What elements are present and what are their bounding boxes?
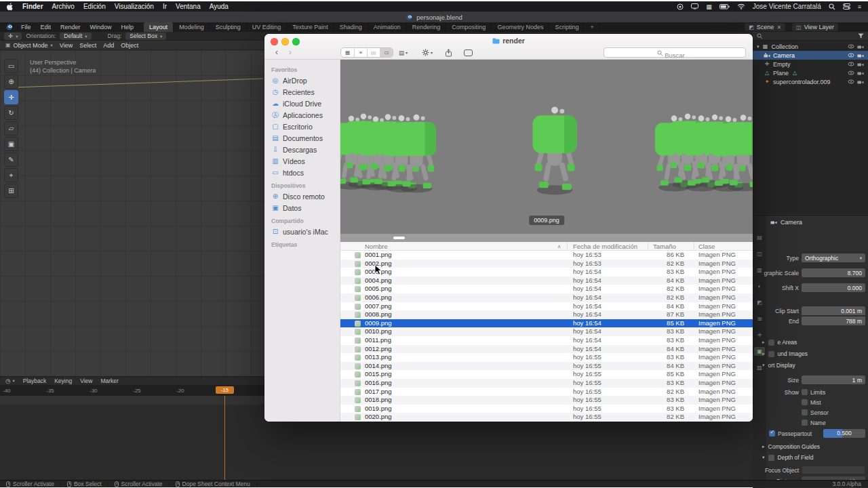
column-header-fecha[interactable]: Fecha de modificación bbox=[573, 243, 637, 250]
measure-tool-button[interactable]: ⌖ bbox=[4, 168, 18, 182]
file-row[interactable]: 0015.pnghoy 16:5585 KBImagen PNG bbox=[340, 370, 753, 379]
workspace-add-button[interactable]: + bbox=[585, 22, 599, 32]
sidebar-item-disco-remoto[interactable]: ⊕Disco remoto bbox=[264, 190, 340, 202]
file-row[interactable]: 0004.pnghoy 16:5484 KBImagen PNG bbox=[340, 277, 753, 285]
cursor-tool-button[interactable]: ⊕ bbox=[4, 75, 18, 89]
workspace-tab-animation[interactable]: Animation bbox=[368, 22, 407, 32]
scene-unlink-icon[interactable]: ✕ bbox=[776, 24, 781, 30]
eye-icon[interactable] bbox=[848, 53, 854, 58]
battery-icon[interactable] bbox=[719, 4, 730, 9]
sidebar-item-escritorio[interactable]: ▢Escritorio bbox=[264, 121, 340, 132]
sidebar-item-videos[interactable]: ▥Vídeos bbox=[264, 155, 340, 167]
eye-icon[interactable] bbox=[848, 62, 854, 66]
limits-checkbox[interactable] bbox=[802, 389, 808, 395]
file-row[interactable]: 0011.pnghoy 16:5483 KBImagen PNG bbox=[340, 336, 753, 345]
eye-icon[interactable] bbox=[848, 70, 854, 75]
background-images-section[interactable]: ▸ und Images bbox=[762, 350, 808, 357]
active-tool-button[interactable]: ✛ ▾ bbox=[4, 33, 22, 40]
playhead-line[interactable] bbox=[224, 396, 225, 480]
sensor-checkbox[interactable] bbox=[802, 409, 808, 415]
safe-areas-section[interactable]: ▸ e Areas bbox=[762, 339, 797, 346]
column-divider[interactable] bbox=[567, 243, 568, 249]
menu-ir[interactable]: Ir bbox=[163, 3, 167, 10]
annotate-tool-button[interactable]: ✎ bbox=[4, 152, 18, 167]
viewport-menu-view[interactable]: View bbox=[60, 42, 73, 49]
notification-center-icon[interactable]: ≡ bbox=[858, 3, 861, 10]
clip-start-field[interactable]: 0.001 m bbox=[802, 306, 865, 315]
viewport-menu-select[interactable]: Select bbox=[79, 42, 96, 49]
file-row[interactable]: 0012.pnghoy 16:5484 KBImagen PNG bbox=[340, 345, 753, 354]
file-row[interactable]: 0003.pnghoy 16:5483 KBImagen PNG bbox=[340, 268, 753, 277]
camera-toggle-icon[interactable] bbox=[857, 70, 864, 76]
sidebar-item-descargas[interactable]: ⇩Descargas bbox=[264, 144, 340, 155]
file-row[interactable]: 0016.pnghoy 16:5583 KBImagen PNG bbox=[340, 379, 753, 388]
timeline-menu-keying[interactable]: Keying bbox=[54, 378, 72, 384]
camera-toggle-icon[interactable] bbox=[857, 44, 864, 49]
column-header-tamano[interactable]: Tamaño bbox=[653, 243, 676, 250]
box-select-tool-button[interactable]: ▭ bbox=[4, 59, 18, 73]
icon-view-button[interactable]: ▦ bbox=[341, 48, 354, 57]
name-checkbox[interactable] bbox=[802, 420, 808, 426]
move-tool-button[interactable]: ✛ bbox=[4, 90, 18, 104]
file-row[interactable]: 0008.pnghoy 16:5487 KBImagen PNG bbox=[340, 310, 753, 319]
control-center-icon[interactable] bbox=[843, 3, 850, 9]
filter-funnel-icon[interactable] bbox=[858, 33, 864, 39]
sidebar-item-usuarios-imac[interactable]: ⊡usuario's iMac bbox=[264, 226, 340, 237]
tags-button[interactable] bbox=[464, 47, 473, 58]
sidebar-item-datos[interactable]: ▣Datos bbox=[264, 202, 340, 214]
workspace-tab-modeling[interactable]: Modeling bbox=[174, 22, 210, 32]
action-menu-button[interactable]: ▾ bbox=[422, 47, 433, 58]
sidebar-item-documentos[interactable]: ▤Documentos bbox=[264, 132, 340, 144]
menu-ventana[interactable]: Ventana bbox=[176, 3, 201, 10]
file-row[interactable]: 0007.pnghoy 16:5484 KBImagen PNG bbox=[340, 302, 753, 311]
focus-object-field[interactable] bbox=[802, 466, 865, 474]
apple-menu-icon[interactable] bbox=[7, 3, 14, 11]
file-row[interactable]: 0013.pnghoy 16:5583 KBImagen PNG bbox=[340, 353, 753, 362]
outliner-row-empty[interactable]: ✛ Empty bbox=[753, 60, 868, 68]
transform-tool-button[interactable]: ▣ bbox=[4, 137, 18, 151]
column-divider[interactable] bbox=[648, 243, 648, 249]
scene-selector[interactable]: ◩ Scene ✕ bbox=[745, 23, 785, 31]
column-header-clase[interactable]: Clase bbox=[698, 243, 715, 250]
blender-menu-window[interactable]: Window bbox=[85, 22, 117, 32]
wifi-icon[interactable] bbox=[737, 3, 745, 9]
scene-tab-icon[interactable]: ◩ bbox=[754, 298, 765, 307]
size-field[interactable]: 1 m bbox=[802, 375, 865, 384]
sidebar-item-aplicaciones[interactable]: ⒶAplicaciones bbox=[264, 109, 340, 121]
workspace-tab-scripting[interactable]: Scripting bbox=[549, 22, 585, 32]
ortho-scale-field[interactable]: 8.700 bbox=[802, 268, 865, 277]
file-row[interactable]: 0006.pnghoy 16:5482 KBImagen PNG bbox=[340, 293, 753, 302]
camera-type-select[interactable]: Orthographic ▾ bbox=[802, 253, 865, 262]
group-button[interactable]: ▤ ▾ bbox=[399, 47, 408, 58]
menu-visualizacion[interactable]: Visualización bbox=[115, 3, 154, 10]
workspace-tab-texture-paint[interactable]: Texture Paint bbox=[287, 22, 334, 32]
sidebar-item-htdocs[interactable]: ▭htdocs bbox=[264, 167, 340, 178]
gallery-view-button[interactable]: ▭ bbox=[380, 48, 393, 57]
camera-toggle-icon[interactable] bbox=[857, 79, 864, 85]
file-row[interactable]: 0019.pnghoy 16:5583 KBImagen PNG bbox=[340, 405, 753, 413]
workspace-tab-shading[interactable]: Shading bbox=[334, 22, 368, 32]
camera-toggle-icon[interactable] bbox=[857, 62, 864, 67]
search-field[interactable] bbox=[604, 47, 746, 58]
screen-record-icon[interactable] bbox=[677, 3, 684, 10]
current-frame-badge[interactable]: -15 bbox=[216, 386, 234, 394]
passepartout-checkbox[interactable] bbox=[769, 430, 775, 436]
timeline-menu-view[interactable]: View bbox=[80, 378, 92, 384]
object-mode-dropdown[interactable]: ▣ Object Mode ▾ bbox=[5, 42, 53, 49]
workspace-tab-layout[interactable]: Layout bbox=[144, 22, 174, 32]
scrubber-thumb[interactable] bbox=[393, 237, 405, 239]
menubar-username[interactable]: Jose Vicente Carratalá bbox=[753, 3, 821, 10]
dof-checkbox[interactable] bbox=[768, 455, 774, 461]
eye-icon[interactable] bbox=[848, 79, 854, 84]
view-layer-selector[interactable]: ◫ View Layer bbox=[792, 23, 838, 31]
sidebar-item-airdrop[interactable]: ◎AirDrop bbox=[264, 75, 340, 86]
blender-menu-edit[interactable]: Edit bbox=[36, 22, 56, 32]
eye-icon[interactable] bbox=[848, 44, 854, 49]
menu-ayuda[interactable]: Ayuda bbox=[210, 3, 229, 10]
scale-tool-button[interactable]: ▱ bbox=[4, 121, 18, 136]
menu-archivo[interactable]: Archivo bbox=[52, 3, 75, 10]
file-row[interactable]: 0002.pnghoy 16:5382 KBImagen PNG bbox=[340, 260, 753, 268]
display-icon[interactable] bbox=[691, 3, 698, 9]
timeline-menu-marker[interactable]: Marker bbox=[100, 378, 118, 384]
background-images-checkbox[interactable] bbox=[768, 351, 774, 357]
